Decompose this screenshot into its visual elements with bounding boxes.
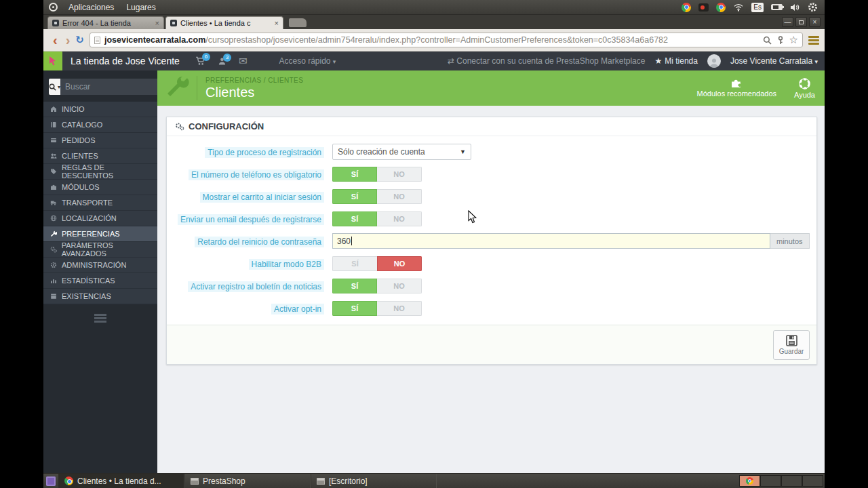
- workspace-1[interactable]: [739, 475, 760, 487]
- distro-logo-icon: [49, 3, 58, 12]
- phone-required-switch: SÍ NO: [332, 167, 422, 182]
- messages-menu[interactable]: ✉: [239, 55, 248, 67]
- customers-menu[interactable]: 3: [218, 57, 226, 66]
- show-cart-switch: SÍ NO: [332, 189, 422, 204]
- sidebar-item-inicio[interactable]: INICIO: [43, 102, 157, 117]
- wifi-icon[interactable]: [733, 3, 744, 12]
- tab-clientes[interactable]: Clientes • La tienda c ×: [165, 16, 283, 29]
- switch-no[interactable]: NO: [377, 301, 422, 316]
- switch-yes[interactable]: SÍ: [332, 256, 377, 271]
- taskbar-task-prestashop[interactable]: PrestaShop: [184, 474, 311, 488]
- gear-icon: [50, 262, 58, 268]
- user-menu[interactable]: Jose Vicente Carratala ▾: [730, 56, 818, 66]
- sidebar-item-clientes[interactable]: CLIENTES: [43, 148, 157, 164]
- switch-no[interactable]: NO: [377, 167, 422, 182]
- recommended-modules-button[interactable]: Módulos recomendados: [697, 78, 776, 99]
- settings-gear-icon[interactable]: [808, 2, 818, 12]
- volume-icon[interactable]: [790, 3, 800, 12]
- taskbar-app-icon[interactable]: [43, 474, 58, 488]
- workspace-4[interactable]: [802, 475, 823, 487]
- newsletter-switch: SÍ NO: [332, 279, 422, 293]
- taskbar-task-browser[interactable]: Clientes • La tienda d...: [58, 474, 184, 488]
- tag-icon: [50, 168, 58, 175]
- tab-error-404[interactable]: Error 404 - La tienda ×: [47, 16, 164, 29]
- password-reset-delay-input[interactable]: 360: [332, 233, 770, 249]
- page-icon: [94, 37, 100, 44]
- url-bar[interactable]: josevicentecarratala.com/cursoprestashop…: [90, 33, 803, 47]
- new-tab-button[interactable]: [289, 18, 307, 27]
- close-button[interactable]: ×: [809, 17, 821, 27]
- sidebar-item-estadisticas[interactable]: ESTADÍSTICAS: [43, 273, 157, 289]
- switch-no[interactable]: NO: [377, 256, 422, 271]
- url-domain: josevicentecarratala.com: [104, 35, 205, 45]
- reload-button[interactable]: ↻: [75, 34, 84, 46]
- sidebar-item-catalogo[interactable]: CATÁLOGO: [43, 117, 157, 133]
- chrome-tray-icon[interactable]: [682, 3, 691, 12]
- field-label: Enviar un email después de registrarse: [178, 214, 324, 225]
- prestashop-favicon: [52, 20, 59, 26]
- sidebar-item-parametros-avanzados[interactable]: PARÁMETROS AVANZADOS: [43, 242, 157, 258]
- cart-menu[interactable]: 6: [195, 56, 205, 66]
- keyboard-layout-indicator[interactable]: Es: [751, 3, 764, 12]
- breadcrumb: PREFERENCIAS / CLIENTES: [205, 77, 303, 84]
- text-caret: [351, 237, 352, 245]
- my-shop-link[interactable]: ★Mi tienda: [654, 56, 697, 66]
- sidebar-item-modulos[interactable]: MÓDULOS: [43, 180, 157, 195]
- sidebar-item-reglas-descuentos[interactable]: REGLAS DE DESCUENTOS: [43, 164, 157, 180]
- field-label: Retardo del reinicio de contraseña: [195, 237, 324, 247]
- tab-close-icon[interactable]: ×: [155, 19, 159, 27]
- sidebar-item-preferencias[interactable]: PREFERENCIAS: [43, 226, 157, 242]
- restore-button[interactable]: [795, 17, 807, 27]
- marketplace-link[interactable]: ⇄ Conectar con su cuenta de PrestaShop M…: [448, 56, 646, 66]
- switch-no[interactable]: NO: [377, 279, 422, 293]
- browser-menu-icon[interactable]: [808, 36, 819, 45]
- window-icon: [191, 478, 199, 485]
- switch-yes[interactable]: SÍ: [332, 189, 377, 204]
- sidebar-item-localizacion[interactable]: LOCALIZACIÓN: [43, 211, 157, 226]
- chevron-down-icon: ▼: [460, 148, 466, 155]
- minimize-button[interactable]: —: [782, 17, 793, 27]
- workspace-switcher: [739, 474, 825, 488]
- forward-button[interactable]: ›: [66, 33, 71, 47]
- home-icon: [50, 106, 58, 113]
- screen-recorder-icon[interactable]: [698, 3, 709, 12]
- prestashop-logo[interactable]: [43, 52, 62, 70]
- battery-icon[interactable]: [771, 4, 783, 10]
- sidebar-item-existencias[interactable]: EXISTENCIAS: [43, 289, 157, 304]
- switch-no[interactable]: NO: [377, 211, 422, 226]
- back-button[interactable]: ‹: [53, 33, 58, 47]
- workspace-3[interactable]: [781, 475, 802, 487]
- switch-no[interactable]: NO: [377, 189, 422, 204]
- menu-applications[interactable]: Aplicaciones: [62, 0, 120, 14]
- save-button[interactable]: Guardar: [773, 330, 810, 360]
- field-label: Habilitar modo B2B: [249, 259, 324, 270]
- switch-yes[interactable]: SÍ: [332, 279, 377, 293]
- sidebar-search: ▾: [49, 79, 151, 95]
- panel-footer: Guardar: [167, 325, 816, 364]
- sidebar-item-administracion[interactable]: ADMINISTRACIÓN: [43, 258, 157, 273]
- key-icon[interactable]: [776, 36, 785, 45]
- workspace-2[interactable]: [760, 475, 781, 487]
- taskbar-task-escritorio[interactable]: [Escritorio]: [311, 474, 437, 488]
- search-icon[interactable]: [763, 36, 772, 45]
- quick-access-menu[interactable]: Acceso rápido ▾: [279, 56, 336, 66]
- menu-places[interactable]: Lugares: [120, 0, 161, 14]
- search-scope-button[interactable]: ▾: [49, 79, 60, 95]
- form-row: Enviar un email después de registrarse S…: [167, 207, 816, 230]
- registration-process-select[interactable]: Sólo creación de cuenta ▼: [332, 144, 471, 160]
- field-label: Activar opt-in: [271, 304, 324, 314]
- sidebar-item-pedidos[interactable]: PEDIDOS: [43, 133, 157, 148]
- configuration-form: Tipo de proceso de registración Sólo cre…: [167, 136, 816, 319]
- sidebar-collapse-button[interactable]: [94, 314, 106, 323]
- shop-name-link[interactable]: La tienda de Jose Vicente: [71, 56, 180, 66]
- sidebar-item-transporte[interactable]: TRANSPORTE: [43, 195, 157, 211]
- help-button[interactable]: Ayuda: [794, 78, 815, 99]
- tab-close-icon[interactable]: ×: [275, 19, 279, 27]
- customers-badge: 3: [223, 54, 231, 62]
- chrome-tray-icon-2[interactable]: [716, 3, 726, 12]
- switch-yes[interactable]: SÍ: [332, 167, 377, 182]
- switch-yes[interactable]: SÍ: [332, 211, 377, 226]
- sidebar: ▾ INICIO CATÁLOGO PEDIDOS: [43, 70, 157, 473]
- switch-yes[interactable]: SÍ: [332, 301, 377, 316]
- bookmark-star-icon[interactable]: ☆: [789, 34, 798, 46]
